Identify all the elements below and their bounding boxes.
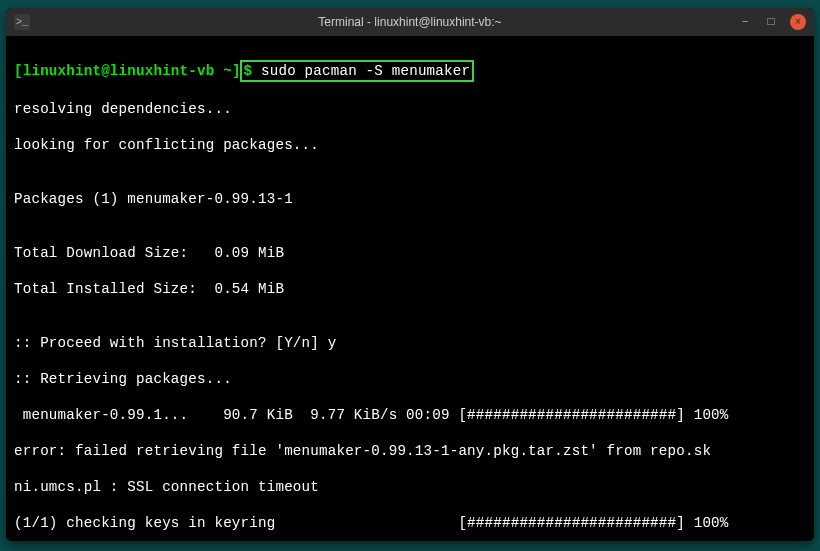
window-controls: – □ × [738,14,806,30]
output-line: menumaker-0.99.1... 90.7 KiB 9.77 KiB/s … [14,406,806,424]
prompt-sep [214,63,223,79]
terminal-window: >_ Terminal - linuxhint@linuxhint-vb:~ –… [6,8,814,541]
output-line: error: failed retrieving file 'menumaker… [14,442,806,460]
maximize-button[interactable]: □ [764,15,778,29]
command-text: sudo pacman -S menumaker [261,63,470,79]
prompt-user: linuxhint@linuxhint-vb [23,63,215,79]
output-line: resolving dependencies... [14,100,806,118]
output-line: ni.umcs.pl : SSL connection timeout [14,478,806,496]
titlebar[interactable]: >_ Terminal - linuxhint@linuxhint-vb:~ –… [6,8,814,36]
output-line: looking for conflicting packages... [14,136,806,154]
prompt-bracket: [ [14,63,23,79]
output-line: :: Retrieving packages... [14,370,806,388]
output-line: Total Installed Size: 0.54 MiB [14,280,806,298]
output-line: Packages (1) menumaker-0.99.13-1 [14,190,806,208]
close-button[interactable]: × [790,14,806,30]
output-line: Total Download Size: 0.09 MiB [14,244,806,262]
output-line: (1/1) checking keys in keyring [########… [14,514,806,532]
terminal-body[interactable]: [linuxhint@linuxhint-vb ~]$ sudo pacman … [6,36,814,541]
prompt-path: ~ [223,63,232,79]
minimize-button[interactable]: – [738,15,752,29]
window-title: Terminal - linuxhint@linuxhint-vb:~ [6,15,814,29]
terminal-icon: >_ [14,14,30,30]
output-line: :: Proceed with installation? [Y/n] y [14,334,806,352]
prompt-dollar: $ [244,63,261,79]
command-highlight: $ sudo pacman -S menumaker [240,60,475,82]
